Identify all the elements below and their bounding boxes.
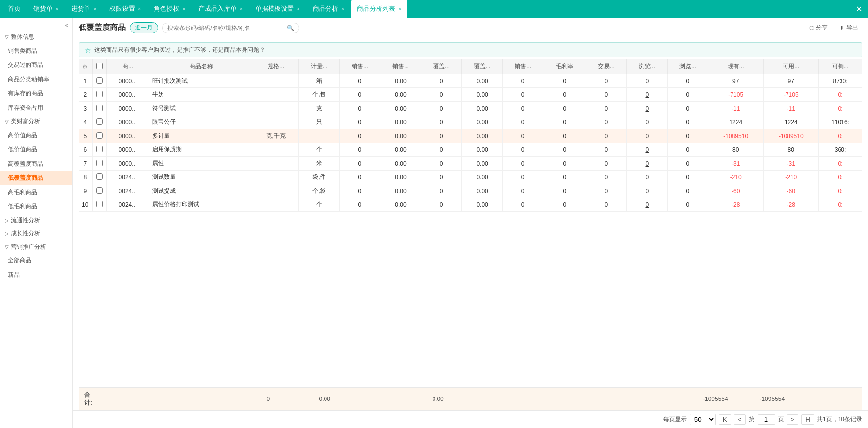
row-stock2: -7105 bbox=[763, 88, 819, 102]
nav-product-analysis[interactable]: 商品分析 × bbox=[307, 0, 350, 18]
row-saleable: 0: bbox=[819, 184, 862, 198]
nav-finished-goods[interactable]: 产成品入库单 × bbox=[192, 0, 248, 18]
row-no: 2 bbox=[79, 88, 92, 102]
close-icon[interactable]: × bbox=[240, 6, 243, 12]
sidebar-item-traded-goods[interactable]: 交易过的商品 bbox=[0, 58, 72, 72]
close-icon[interactable]: × bbox=[297, 6, 299, 12]
row-saleable: 8730: bbox=[819, 74, 862, 88]
settings-icon[interactable]: ⚙ bbox=[82, 63, 88, 70]
row-checkbox[interactable] bbox=[92, 157, 106, 171]
search-input[interactable] bbox=[167, 25, 285, 31]
search-icon[interactable]: 🔍 bbox=[287, 25, 294, 31]
col-checkbox[interactable] bbox=[92, 59, 106, 74]
sidebar-item-high-coverage[interactable]: 高覆盖度商品 bbox=[0, 157, 72, 171]
table-row: 10 0024... 属性价格打印测试 个 0 0.00 0 0.00 0 0 … bbox=[79, 198, 862, 212]
page-number-input[interactable]: 1 bbox=[758, 414, 775, 425]
row-browse1[interactable]: 0 bbox=[626, 157, 667, 171]
row-code: 0024... bbox=[106, 198, 149, 212]
close-icon[interactable]: × bbox=[93, 6, 96, 12]
sidebar-section-growth[interactable]: ▷ 成长性分析 bbox=[0, 227, 72, 240]
row-stock2: -11 bbox=[763, 102, 819, 115]
row-name: 属性价格打印测试 bbox=[149, 198, 253, 212]
sidebar-section-liquidity[interactable]: ▷ 流通性分析 bbox=[0, 214, 72, 227]
row-stock1: -31 bbox=[708, 157, 763, 171]
export-button[interactable]: ⬇ 导出 bbox=[836, 22, 862, 34]
sidebar-item-in-stock-goods[interactable]: 有库存的商品 bbox=[0, 86, 72, 101]
row-browse1[interactable]: 0 bbox=[626, 88, 667, 102]
row-browse1[interactable]: 0 bbox=[626, 171, 667, 184]
last-page-button[interactable]: H bbox=[801, 414, 814, 425]
sidebar-item-low-margin[interactable]: 低毛利商品 bbox=[0, 200, 72, 214]
row-transaction: 0 bbox=[586, 74, 626, 88]
col-settings[interactable]: ⚙ bbox=[79, 59, 92, 74]
close-icon[interactable]: × bbox=[55, 6, 58, 12]
sidebar-item-low-coverage[interactable]: 低覆盖度商品 bbox=[0, 171, 72, 185]
row-checkbox[interactable] bbox=[92, 129, 106, 143]
row-checkbox[interactable] bbox=[92, 115, 106, 129]
row-coverage2: 0.00 bbox=[462, 157, 503, 171]
row-browse1[interactable]: 0 bbox=[626, 143, 667, 157]
filter-recent-month-button[interactable]: 近一月 bbox=[130, 22, 158, 33]
row-no: 10 bbox=[79, 198, 92, 212]
nav-roles[interactable]: 角色授权 × bbox=[148, 0, 191, 18]
row-coverage2: 0.00 bbox=[462, 74, 503, 88]
row-unit: 个 bbox=[298, 198, 339, 212]
row-coverage1: 0 bbox=[421, 143, 461, 157]
row-browse1[interactable]: 0 bbox=[626, 184, 667, 198]
prev-page-button[interactable]: < bbox=[734, 414, 746, 425]
row-sales3: 0 bbox=[503, 88, 543, 102]
row-coverage1: 0 bbox=[421, 198, 461, 212]
nav-product-analysis-list[interactable]: 商品分析列表 × bbox=[351, 0, 407, 18]
select-all-checkbox[interactable] bbox=[96, 63, 103, 69]
nav-purchase[interactable]: 进货单 × bbox=[65, 0, 102, 18]
row-checkbox[interactable] bbox=[92, 198, 106, 212]
row-spec bbox=[253, 102, 298, 115]
row-stock1: 97 bbox=[708, 74, 763, 88]
row-checkbox[interactable] bbox=[92, 74, 106, 88]
nav-sales-order[interactable]: 销货单 × bbox=[27, 0, 64, 18]
nav-template-settings[interactable]: 单据模板设置 × bbox=[249, 0, 305, 18]
close-icon[interactable]: × bbox=[182, 6, 185, 12]
share-button[interactable]: ⬡ 分享 bbox=[805, 22, 832, 34]
sidebar-item-sales-goods[interactable]: 销售类商品 bbox=[0, 44, 72, 58]
row-checkbox[interactable] bbox=[92, 102, 106, 115]
sidebar-item-high-value[interactable]: 高价值商品 bbox=[0, 128, 72, 143]
per-page-select[interactable]: 50 100 200 bbox=[690, 414, 716, 425]
row-stock2: 80 bbox=[763, 143, 819, 157]
row-browse2: 0 bbox=[667, 115, 708, 129]
nav-permissions[interactable]: 权限设置 × bbox=[104, 0, 147, 18]
row-browse1[interactable]: 0 bbox=[626, 102, 667, 115]
row-browse1[interactable]: 0 bbox=[626, 198, 667, 212]
row-name: 符号测试 bbox=[149, 102, 253, 115]
row-sales3: 0 bbox=[503, 143, 543, 157]
close-icon[interactable]: × bbox=[398, 6, 401, 12]
row-browse2: 0 bbox=[667, 102, 708, 115]
close-icon[interactable]: × bbox=[138, 6, 141, 12]
sidebar-item-new-goods[interactable]: 新品 bbox=[0, 268, 72, 282]
row-sales-amount: 0.00 bbox=[380, 171, 421, 184]
close-icon[interactable]: × bbox=[341, 6, 344, 12]
sidebar-section-marketing[interactable]: ▽ 营销推广分析 bbox=[0, 240, 72, 254]
row-checkbox[interactable] bbox=[92, 184, 106, 198]
table-row: 7 0000... 属性 米 0 0.00 0 0.00 0 0 0 0 0 -… bbox=[79, 157, 862, 171]
sidebar-item-all-goods[interactable]: 全部商品 bbox=[0, 254, 72, 268]
sidebar-item-inventory-funds[interactable]: 库存资金占用 bbox=[0, 101, 72, 115]
first-page-button[interactable]: K bbox=[719, 414, 731, 425]
row-browse1[interactable]: 0 bbox=[626, 115, 667, 129]
row-browse1[interactable]: 0 bbox=[626, 74, 667, 88]
sidebar-section-wealth-analysis[interactable]: ▽ 类财富分析 bbox=[0, 115, 72, 128]
row-sales3: 0 bbox=[503, 198, 543, 212]
sidebar-section-overall[interactable]: ▽ 整体信息 bbox=[0, 30, 72, 44]
sidebar-item-category-sales-rate[interactable]: 商品分类动销率 bbox=[0, 72, 72, 86]
next-page-button[interactable]: > bbox=[787, 414, 799, 425]
row-stock2: 97 bbox=[763, 74, 819, 88]
sidebar-collapse-button[interactable]: « bbox=[0, 20, 72, 30]
sidebar-item-low-value[interactable]: 低价值商品 bbox=[0, 143, 72, 157]
row-browse1[interactable]: 0 bbox=[626, 129, 667, 143]
window-close-button[interactable]: ✕ bbox=[852, 4, 866, 14]
nav-home[interactable]: 首页 bbox=[2, 0, 27, 18]
row-checkbox[interactable] bbox=[92, 88, 106, 102]
sidebar-item-high-margin[interactable]: 高毛利商品 bbox=[0, 185, 72, 200]
row-checkbox[interactable] bbox=[92, 171, 106, 184]
row-checkbox[interactable] bbox=[92, 143, 106, 157]
